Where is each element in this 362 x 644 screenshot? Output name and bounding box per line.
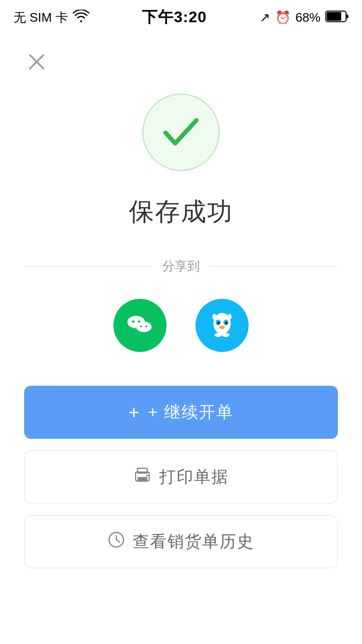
print-receipt-label: 打印单据	[159, 466, 229, 488]
status-bar: 无 SIM 卡 下午3:20 ↗ ⏰ 68%	[0, 0, 362, 35]
sim-status: 无 SIM 卡	[14, 9, 68, 26]
success-title: 保存成功	[129, 195, 233, 229]
svg-line-26	[116, 540, 120, 542]
svg-point-5	[136, 322, 152, 332]
battery-percent: 68%	[295, 10, 320, 25]
wechat-share-button[interactable]	[113, 299, 167, 352]
close-button[interactable]	[24, 49, 49, 74]
svg-point-14	[225, 322, 228, 324]
svg-point-6	[132, 320, 135, 322]
status-right: ↗ ⏰ 68%	[260, 10, 348, 25]
close-button-row	[24, 49, 338, 74]
action-buttons: + + 继续开单 打印单据	[24, 386, 338, 568]
svg-point-9	[145, 325, 147, 327]
view-history-label: 查看销货单历史	[133, 531, 254, 553]
svg-point-15	[219, 326, 225, 329]
svg-point-8	[140, 325, 142, 327]
continue-order-label: + 继续开单	[148, 401, 233, 423]
svg-rect-21	[138, 477, 147, 482]
svg-point-19	[228, 314, 232, 320]
qq-share-button[interactable]	[195, 299, 249, 352]
svg-rect-1	[327, 12, 341, 21]
divider-line-right	[209, 266, 338, 266]
wifi-icon	[73, 10, 89, 26]
share-icons-row	[113, 299, 249, 352]
share-label: 分享到	[162, 258, 200, 275]
svg-point-23	[146, 475, 148, 476]
status-left: 无 SIM 卡	[14, 9, 89, 26]
svg-point-13	[218, 322, 220, 324]
svg-point-7	[138, 320, 140, 322]
main-content: 保存成功 分享到	[0, 35, 362, 568]
status-time: 下午3:20	[142, 7, 207, 28]
svg-point-16	[214, 333, 222, 337]
svg-point-18	[212, 314, 216, 320]
printer-icon	[133, 466, 152, 488]
divider-line-left	[24, 266, 153, 266]
success-icon-circle	[142, 94, 220, 171]
print-receipt-button[interactable]: 打印单据	[24, 450, 338, 504]
plus-icon: +	[128, 402, 140, 423]
svg-point-17	[222, 333, 230, 337]
location-icon: ↗	[260, 10, 270, 25]
alarm-icon: ⏰	[275, 10, 291, 25]
clock-icon	[108, 531, 125, 552]
view-history-button[interactable]: 查看销货单历史	[24, 515, 338, 568]
share-divider: 分享到	[24, 258, 338, 275]
battery-icon	[325, 10, 348, 25]
continue-order-button[interactable]: + + 继续开单	[24, 386, 338, 439]
